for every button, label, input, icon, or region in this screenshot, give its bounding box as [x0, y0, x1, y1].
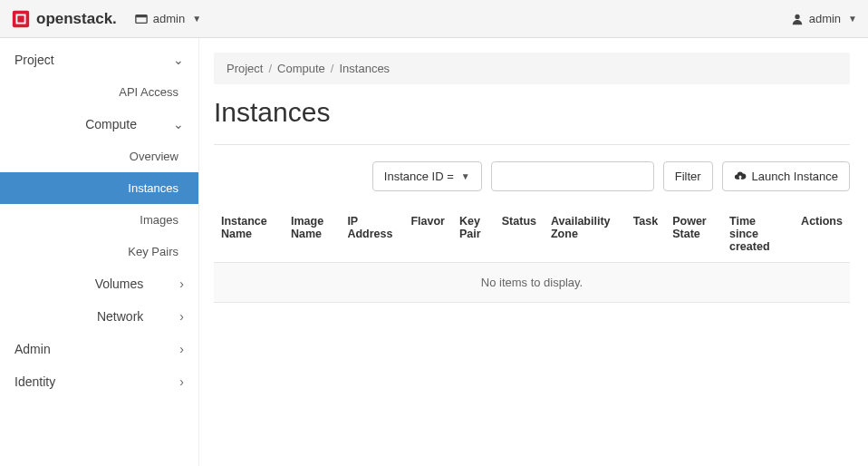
chevron-right-icon: › — [179, 277, 184, 291]
sidebar-item-overview[interactable]: Overview — [0, 141, 198, 172]
instances-table: Instance Name Image Name IP Address Flav… — [214, 206, 850, 303]
sidebar-label: Volumes — [95, 277, 144, 291]
chevron-right-icon: › — [179, 309, 184, 324]
col-key-pair[interactable]: Key Pair — [452, 206, 495, 263]
chevron-right-icon: › — [179, 374, 184, 389]
sidebar-section-compute[interactable]: Compute ⌄ — [0, 108, 198, 141]
sidebar-item-api-access[interactable]: API Access — [0, 76, 198, 108]
sidebar-item-label: Overview — [130, 150, 182, 163]
breadcrumb-project[interactable]: Project — [227, 62, 263, 75]
table-header-row: Instance Name Image Name IP Address Flav… — [214, 206, 850, 263]
sidebar-item-instances[interactable]: Instances — [0, 172, 198, 204]
sidebar-label: Admin — [14, 342, 51, 356]
caret-down-icon: ▼ — [848, 14, 857, 24]
col-image-name[interactable]: Image Name — [284, 206, 340, 263]
cloud-upload-icon — [734, 170, 747, 183]
col-instance-name[interactable]: Instance Name — [214, 206, 284, 263]
user-icon — [791, 13, 804, 25]
topbar: openstack. admin ▼ admin ▼ — [0, 0, 868, 38]
svg-rect-2 — [17, 15, 24, 22]
sidebar: Project ⌄ API Access Compute ⌄ Overview … — [0, 38, 199, 466]
filter-input[interactable] — [491, 161, 654, 191]
domain-selector[interactable]: admin ▼ — [135, 12, 201, 25]
sidebar-section-admin[interactable]: Admin › — [0, 333, 198, 365]
table-toolbar: Instance ID = ▼ Filter Launch Instance — [214, 161, 850, 191]
col-flavor[interactable]: Flavor — [403, 206, 452, 263]
sidebar-section-identity[interactable]: Identity › — [0, 365, 198, 398]
sidebar-label: Identity — [14, 374, 55, 389]
sidebar-item-label: Instances — [128, 181, 182, 195]
sidebar-label: Project — [14, 53, 54, 67]
main-content: Project / Compute / Instances Instances … — [199, 38, 868, 466]
launch-instance-button[interactable]: Launch Instance — [722, 161, 850, 191]
brand-logo[interactable]: openstack. — [11, 9, 117, 29]
domain-label: admin — [153, 12, 185, 25]
sidebar-item-label: Images — [140, 213, 182, 227]
caret-down-icon: ▼ — [461, 171, 470, 181]
sidebar-section-network[interactable]: Network › — [0, 300, 198, 333]
filter-button-label: Filter — [675, 170, 701, 183]
breadcrumb-separator: / — [331, 62, 334, 75]
col-status[interactable]: Status — [495, 206, 544, 263]
col-availability-zone[interactable]: Availability Zone — [544, 206, 626, 263]
col-ip-address[interactable]: IP Address — [340, 206, 403, 263]
col-power-state[interactable]: Power State — [665, 206, 722, 263]
sidebar-section-project[interactable]: Project ⌄ — [0, 44, 198, 76]
openstack-icon — [11, 9, 31, 29]
sidebar-item-key-pairs[interactable]: Key Pairs — [0, 236, 198, 267]
sidebar-label: Compute — [85, 117, 137, 131]
chevron-down-icon: ⌄ — [173, 117, 184, 131]
col-time-since-created[interactable]: Time since created — [722, 206, 794, 263]
filter-button[interactable]: Filter — [663, 161, 713, 191]
breadcrumb-separator: / — [268, 62, 272, 75]
table-empty-row: No items to display. — [214, 263, 850, 303]
sidebar-item-label: Key Pairs — [128, 245, 182, 258]
chevron-right-icon: › — [179, 342, 184, 356]
breadcrumb-current: Instances — [339, 62, 390, 75]
chevron-down-icon: ⌄ — [173, 53, 184, 67]
sidebar-section-volumes[interactable]: Volumes › — [0, 267, 198, 300]
domain-icon — [135, 13, 148, 25]
col-actions: Actions — [794, 206, 850, 263]
user-label: admin — [809, 12, 841, 25]
sidebar-item-label: API Access — [119, 85, 182, 99]
brand-text: openstack. — [36, 10, 117, 28]
user-menu[interactable]: admin ▼ — [791, 12, 857, 25]
sidebar-item-images[interactable]: Images — [0, 204, 198, 236]
filter-field-label: Instance ID = — [384, 170, 454, 183]
svg-rect-4 — [136, 15, 147, 17]
caret-down-icon: ▼ — [192, 14, 201, 24]
breadcrumb: Project / Compute / Instances — [214, 53, 850, 84]
svg-point-5 — [795, 14, 799, 18]
sidebar-label: Network — [97, 309, 143, 324]
breadcrumb-compute[interactable]: Compute — [277, 62, 325, 75]
col-task[interactable]: Task — [626, 206, 666, 263]
empty-message: No items to display. — [214, 263, 850, 303]
divider — [214, 144, 850, 145]
filter-field-dropdown[interactable]: Instance ID = ▼ — [372, 161, 482, 191]
launch-button-label: Launch Instance — [752, 170, 838, 183]
page-title: Instances — [214, 97, 850, 128]
